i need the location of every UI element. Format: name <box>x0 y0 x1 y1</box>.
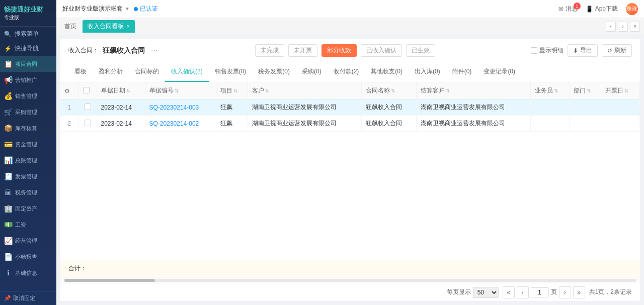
sidebar-item-label: 销售管理 <box>15 92 37 100</box>
sidebar-item-基础信息[interactable]: ℹ 基础信息 <box>0 265 56 281</box>
table-row[interactable]: 1 2023-02-14 SQ-20230214-003 狂飙 湖南卫视商业运营… <box>60 99 640 116</box>
sidebar-search-label: 搜索菜单 <box>15 30 39 38</box>
row-number: 2 <box>60 116 78 132</box>
table-area: ⚙ 单据日期⇅ 单据编号⇅ 项目⇅ 客户⇅ 合同名称⇅ 结算客户⇅ 业务员⇅ 部… <box>60 82 640 260</box>
sidebar-item-小畅报告[interactable]: 📄 小畅报告 <box>0 249 56 265</box>
sidebar-item-总账管理[interactable]: 📊 总账管理 <box>0 152 56 168</box>
sub-tab-盈利分析[interactable]: 盈利分析 <box>93 62 129 82</box>
bill-no-link[interactable]: SQ-20230214-002 <box>149 120 199 127</box>
col-project[interactable]: 项目⇅ <box>216 82 248 99</box>
cell-invoice-date <box>601 116 639 132</box>
message-button[interactable]: ✉ 消息 1 <box>558 5 578 13</box>
tab-next-button[interactable]: › <box>618 22 628 32</box>
sub-tab-附件[interactable]: 附件(0) <box>446 62 478 82</box>
app-download-button[interactable]: 📱 App下载 <box>586 5 618 13</box>
per-page-select[interactable]: 50 100 <box>473 287 499 298</box>
company-selector[interactable]: 好业财专业版演示帐套 ▼ <box>62 5 130 13</box>
gear-header[interactable]: ⚙ <box>60 82 78 99</box>
status-btn-未完成[interactable]: 未完成 <box>255 44 284 57</box>
company-dropdown-icon: ▼ <box>125 6 130 12</box>
sidebar-item-营销推广[interactable]: 📢 营销推广 <box>0 72 56 88</box>
col-contract-name[interactable]: 合同名称⇅ <box>362 82 417 99</box>
sidebar-item-采购管理[interactable]: 🛒 采购管理 <box>0 104 56 120</box>
tab-close-button[interactable]: × <box>630 22 640 32</box>
show-detail-toggle[interactable]: 显示明细 <box>531 46 564 55</box>
col-salesperson[interactable]: 业务员⇅ <box>531 82 570 99</box>
sub-tab-其他收支[interactable]: 其他收支(0) <box>365 62 409 82</box>
sub-tab-变更记录[interactable]: 变更记录(0) <box>477 62 521 82</box>
cell-invoice-date <box>601 99 639 116</box>
data-table: ⚙ 单据日期⇅ 单据编号⇅ 项目⇅ 客户⇅ 合同名称⇅ 结算客户⇅ 业务员⇅ 部… <box>60 82 640 132</box>
next-page-button[interactable]: › <box>559 286 571 298</box>
more-button[interactable]: ··· <box>149 46 159 55</box>
col-bill-no[interactable]: 单据编号⇅ <box>145 82 216 99</box>
app-logo: 畅捷通好业财 专业版 <box>0 0 56 27</box>
sidebar-item-icon: 📢 <box>4 76 12 84</box>
horizontal-scrollbar[interactable] <box>60 277 640 283</box>
sidebar-pin-toggle[interactable]: 📌 取消固定 <box>0 291 56 305</box>
first-page-button[interactable]: « <box>503 286 515 298</box>
sidebar-search[interactable]: 🔍 搜索菜单 <box>0 27 56 41</box>
tab-navigation: ‹ › × <box>606 22 640 32</box>
sidebar-item-工资[interactable]: 💵 工资 <box>0 217 56 233</box>
sidebar-item-经营管理[interactable]: 📈 经营管理 <box>0 233 56 249</box>
sidebar-item-icon: 💵 <box>4 221 12 229</box>
col-settlement-customer[interactable]: 结算客户⇅ <box>417 82 531 99</box>
page-number-input[interactable] <box>531 287 549 297</box>
show-detail-checkbox[interactable] <box>531 47 537 54</box>
sub-tab-采购[interactable]: 采购(0) <box>296 62 328 82</box>
sub-tab-税务发票[interactable]: 税务发票(0) <box>252 62 296 82</box>
col-invoice-date[interactable]: 开票日⇅ <box>601 82 639 99</box>
active-tab[interactable]: 收入合同看板 × <box>83 20 135 33</box>
sidebar-item-库存核算[interactable]: 📦 库存核算 <box>0 120 56 136</box>
bill-no-link[interactable]: SQ-20230214-003 <box>149 104 199 111</box>
sidebar-item-项目合同[interactable]: 📋 项目合同 <box>0 56 56 72</box>
home-tab[interactable]: 首页 <box>60 20 80 33</box>
header-checkbox[interactable] <box>83 87 90 93</box>
refresh-button[interactable]: ↺ 刷新 <box>602 44 632 57</box>
tab-prev-button[interactable]: ‹ <box>606 22 616 32</box>
sidebar-item-label: 库存核算 <box>15 125 37 132</box>
col-customer[interactable]: 客户⇅ <box>248 82 362 99</box>
sidebar: 畅捷通好业财 专业版 🔍 搜索菜单 ⚡ 快捷导航 📋 项目合同 📢 营销推广 💰… <box>0 0 56 305</box>
export-button[interactable]: ⬇ 导出 <box>568 44 598 57</box>
status-btn-部分收款[interactable]: 部分收款 <box>321 44 357 57</box>
sidebar-item-label: 基础信息 <box>15 269 37 277</box>
sidebar-item-icon: 🛒 <box>4 108 12 116</box>
table-row[interactable]: 2 2023-02-14 SQ-20230214-002 狂飙 湖南卫视商业运营… <box>60 116 640 132</box>
export-label: 导出 <box>580 46 592 55</box>
sub-tab-销售发票[interactable]: 销售发票(0) <box>209 62 253 82</box>
row-checkbox[interactable] <box>85 104 91 110</box>
sub-tab-合同标的[interactable]: 合同标的 <box>129 62 165 82</box>
checkbox-header[interactable] <box>78 82 97 99</box>
status-btn-已生效[interactable]: 已生效 <box>406 44 435 57</box>
row-checkbox-cell[interactable] <box>78 116 97 132</box>
sidebar-item-资金管理[interactable]: 💳 资金管理 <box>0 136 56 152</box>
row-checkbox-cell[interactable] <box>78 99 97 116</box>
row-checkbox[interactable] <box>85 120 91 126</box>
sort-icon: ⇅ <box>446 88 450 93</box>
sub-tab-收付款[interactable]: 收付款(2) <box>328 62 365 82</box>
sidebar-item-税务管理[interactable]: 🏛 税务管理 <box>0 184 56 200</box>
sidebar-item-发票管理[interactable]: 🧾 发票管理 <box>0 168 56 184</box>
last-page-button[interactable]: » <box>573 286 585 298</box>
col-date[interactable]: 单据日期⇅ <box>97 82 145 99</box>
refresh-label: 刷新 <box>614 46 626 55</box>
sub-tab-出入库[interactable]: 出入库(0) <box>409 62 446 82</box>
sidebar-quick-nav[interactable]: ⚡ 快捷导航 <box>0 41 56 56</box>
col-department[interactable]: 部门⇅ <box>570 82 601 99</box>
cell-bill-no[interactable]: SQ-20230214-003 <box>145 99 216 116</box>
sidebar-item-销售管理[interactable]: 💰 销售管理 <box>0 88 56 104</box>
status-btn-未开票[interactable]: 未开票 <box>288 44 317 57</box>
sidebar-item-label: 固定资产 <box>15 205 37 213</box>
scrollbar-thumb[interactable] <box>64 279 155 282</box>
sub-tab-收入确认[interactable]: 收入确认(2) <box>165 62 209 82</box>
status-btn-已收入确认[interactable]: 已收入确认 <box>361 44 402 57</box>
sidebar-item-icon: 💰 <box>4 92 12 100</box>
tab-close-icon[interactable]: × <box>127 24 130 29</box>
prev-page-button[interactable]: ‹ <box>517 286 529 298</box>
user-avatar-area[interactable]: 珠珠 <box>626 3 638 15</box>
cell-bill-no[interactable]: SQ-20230214-002 <box>145 116 216 132</box>
sub-tab-看板[interactable]: 看板 <box>68 62 93 82</box>
sidebar-item-固定资产[interactable]: 🏢 固定资产 <box>0 200 56 217</box>
